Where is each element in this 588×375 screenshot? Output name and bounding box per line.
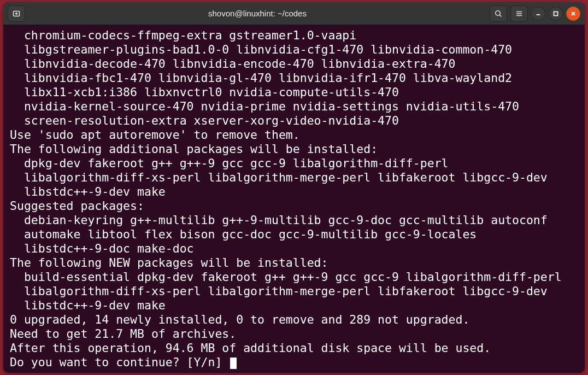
minimize-button[interactable] <box>531 7 545 21</box>
svg-rect-9 <box>554 11 558 15</box>
maximize-button[interactable] <box>549 7 563 21</box>
new-tab-icon <box>12 9 21 18</box>
output-line: libstdc++-9-doc make-doc <box>10 242 578 256</box>
output-line: automake libtool flex bison gcc-doc gcc-… <box>10 227 578 242</box>
prompt-line: Do you want to continue? [Y/n] <box>10 355 578 370</box>
maximize-icon <box>553 11 558 16</box>
search-icon <box>494 9 503 18</box>
output-line: Suggested packages: <box>10 199 578 213</box>
minimize-icon <box>536 11 541 16</box>
new-tab-button[interactable] <box>8 5 25 22</box>
prompt-text: Do you want to continue? [Y/n] <box>10 355 229 369</box>
svg-line-4 <box>499 15 501 16</box>
output-line: libnvidia-decode-470 libnvidia-encode-47… <box>10 57 578 71</box>
close-button[interactable] <box>566 7 580 21</box>
output-line: dpkg-dev fakeroot g++ g++-9 gcc gcc-9 li… <box>10 156 578 171</box>
output-line: libnvidia-fbc1-470 libnvidia-gl-470 libn… <box>10 71 578 85</box>
output-line: 0 upgraded, 14 newly installed, 0 to rem… <box>10 313 578 327</box>
search-button[interactable] <box>490 5 507 22</box>
output-line: libgstreamer-plugins-bad1.0-0 libnvidia-… <box>10 43 578 57</box>
close-icon <box>571 11 576 16</box>
titlebar: shovon@linuxhint: ~/codes <box>3 2 585 25</box>
output-line: After this operation, 94.6 MB of additio… <box>10 341 578 355</box>
menu-button[interactable] <box>510 5 528 22</box>
output-line: libstdc++-9-dev make <box>10 185 578 199</box>
output-line: The following additional packages will b… <box>10 142 578 156</box>
cursor <box>230 358 237 370</box>
output-line: libalgorithm-diff-xs-perl libalgorithm-m… <box>10 171 578 185</box>
output-line: nvidia-kernel-source-470 nvidia-prime nv… <box>10 99 578 114</box>
terminal-output[interactable]: chromium-codecs-ffmpeg-extra gstreamer1.… <box>3 25 585 373</box>
output-line: libx11-xcb1:i386 libxnvctrl0 nvidia-comp… <box>10 85 578 99</box>
window-title: shovon@linuxhint: ~/codes <box>25 9 490 18</box>
output-line: build-essential dpkg-dev fakeroot g++ g+… <box>10 270 578 284</box>
output-line: libalgorithm-diff-xs-perl libalgorithm-m… <box>10 284 578 298</box>
output-line: The following NEW packages will be insta… <box>10 256 578 270</box>
output-line: Need to get 21.7 MB of archives. <box>10 327 578 341</box>
output-line: libstdc++-9-dev make <box>10 298 578 313</box>
output-line: debian-keyring g++-multilib g++-9-multil… <box>10 213 578 227</box>
svg-point-3 <box>496 10 500 15</box>
output-line: chromium-codecs-ffmpeg-extra gstreamer1.… <box>10 28 578 43</box>
hamburger-icon <box>515 9 524 18</box>
terminal-window: shovon@linuxhint: ~/codes <box>3 2 585 373</box>
output-line: Use 'sudo apt autoremove' to remove them… <box>10 128 578 142</box>
output-line: screen-resolution-extra xserver-xorg-vid… <box>10 114 578 128</box>
